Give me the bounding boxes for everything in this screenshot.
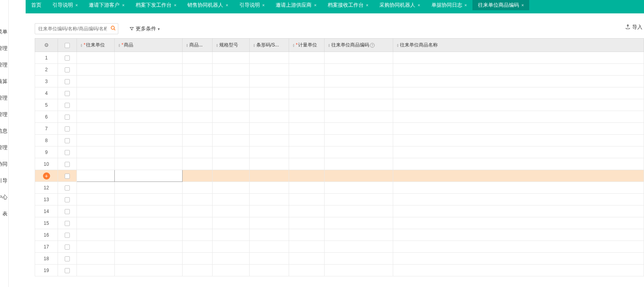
cell[interactable] [325,76,393,87]
cell[interactable] [325,253,393,265]
table-row[interactable]: 1 [35,52,644,64]
cell[interactable] [183,229,213,241]
table-row[interactable]: 15 [35,217,644,229]
tab[interactable]: 单据协同日志× [426,0,472,10]
cell[interactable] [77,146,115,158]
cell[interactable] [183,146,213,158]
cell[interactable] [250,135,289,146]
cell[interactable] [183,265,213,276]
cell[interactable] [325,158,393,170]
close-icon[interactable]: × [75,3,78,7]
sidebar-item[interactable]: 菜单 [0,24,8,40]
cell[interactable] [115,182,183,194]
table-row[interactable]: 10 [35,158,644,170]
row-checkbox[interactable] [65,221,70,226]
cell[interactable] [213,99,250,111]
search-icon[interactable] [110,26,116,32]
cell[interactable] [77,52,115,64]
cell[interactable] [183,158,213,170]
sidebar-item[interactable]: 引导 [0,172,8,189]
cell[interactable] [183,135,213,146]
cell[interactable] [325,87,393,99]
cell[interactable] [183,87,213,99]
cell[interactable] [115,206,183,217]
table-row[interactable]: 5 [35,99,644,111]
cell[interactable] [213,158,250,170]
cell[interactable] [325,146,393,158]
cell[interactable] [77,87,115,99]
sidebar-item[interactable]: 管理 [0,57,8,73]
cell[interactable] [325,52,393,64]
cell[interactable] [393,111,644,123]
row-checkbox[interactable] [65,79,70,84]
cell[interactable] [250,87,289,99]
cell[interactable] [213,76,250,87]
cell[interactable] [250,194,289,206]
cell[interactable] [289,64,325,76]
cell[interactable] [289,182,325,194]
row-checkbox[interactable] [65,162,70,167]
cell[interactable] [250,146,289,158]
column-header-bar[interactable]: ▲▼条形码/S... [250,39,289,52]
cell[interactable] [250,158,289,170]
tab[interactable]: 销售协同机器人× [182,0,233,10]
cell[interactable] [289,123,325,135]
tab[interactable]: 首页 [26,0,47,10]
tab[interactable]: 往来单位商品编码× [472,0,529,10]
sidebar-item[interactable]: 表 [0,206,8,222]
table-row[interactable]: 16 [35,229,644,241]
cell[interactable] [77,64,115,76]
table-row[interactable]: 7 [35,123,644,135]
cell[interactable] [213,64,250,76]
sidebar-item[interactable]: 管理 [0,40,8,57]
table-row[interactable]: 14 [35,206,644,217]
sidebar-item[interactable]: 核算 [0,73,8,90]
cell[interactable] [77,170,115,182]
cell[interactable] [325,64,393,76]
column-header-spec[interactable]: ▲▼规格型号 [213,39,250,52]
cell[interactable] [213,52,250,64]
tab[interactable]: 档案下发工作台× [130,0,182,10]
cell[interactable] [325,182,393,194]
cell[interactable] [77,135,115,146]
cell[interactable] [77,217,115,229]
cell[interactable] [393,182,644,194]
cell[interactable] [213,123,250,135]
cell[interactable] [393,253,644,265]
table-row[interactable]: 12 [35,182,644,194]
more-conditions-button[interactable]: 更多条件 ▾ [129,25,160,32]
cell[interactable] [325,194,393,206]
cell[interactable] [213,229,250,241]
cell[interactable] [289,253,325,265]
column-header-prod[interactable]: ▲▼*商品 [115,39,183,52]
cell[interactable] [289,99,325,111]
column-header-prodn[interactable]: ▲▼商品... [183,39,213,52]
cell[interactable] [213,87,250,99]
cell[interactable] [393,206,644,217]
cell[interactable] [115,135,183,146]
tab[interactable]: 档案接收工作台× [322,0,374,10]
cell[interactable] [325,123,393,135]
cell[interactable] [213,265,250,276]
cell[interactable] [183,52,213,64]
cell[interactable] [250,229,289,241]
gear-icon[interactable]: ⚙ [44,42,49,48]
row-checkbox[interactable] [65,197,70,202]
cell[interactable] [77,265,115,276]
cell[interactable] [213,111,250,123]
table-row[interactable]: 6 [35,111,644,123]
tab[interactable]: 邀请下游客户× [83,0,130,10]
row-checkbox[interactable] [65,56,70,61]
cell[interactable] [393,99,644,111]
cell[interactable] [183,241,213,253]
cell[interactable] [393,158,644,170]
table-row[interactable]: 4 [35,87,644,99]
cell[interactable] [115,194,183,206]
cell[interactable] [183,76,213,87]
sidebar-item[interactable]: 管理 [0,106,8,123]
cell[interactable] [213,241,250,253]
cell[interactable] [325,265,393,276]
cell[interactable] [289,265,325,276]
cell[interactable] [77,241,115,253]
cell[interactable] [250,241,289,253]
